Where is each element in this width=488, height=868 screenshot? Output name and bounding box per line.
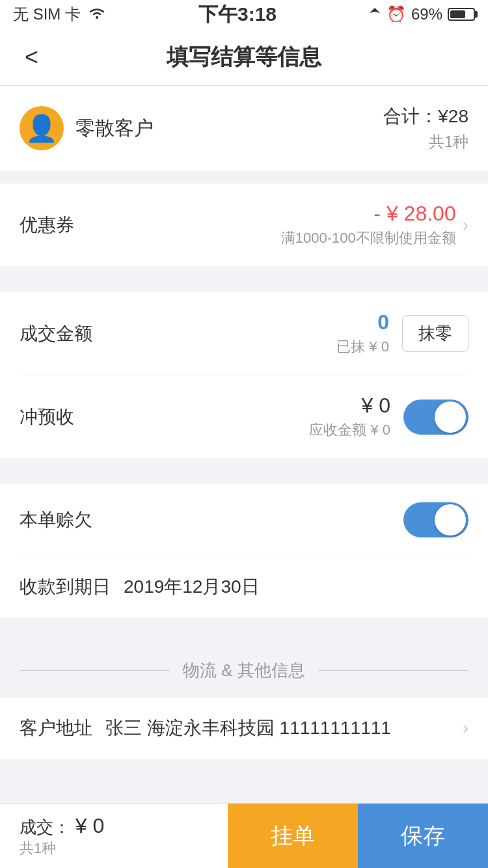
customer-row: 👤 零散客户 合计：¥28 共1种 [0,86,488,170]
debt-section: 本单赊欠 收款到期日 2019年12月30日 [0,484,488,617]
bottom-transaction-amount: ¥ 0 [75,814,104,837]
avatar: 👤 [20,106,64,150]
bottom-transaction-label: 成交： [20,817,70,837]
location-icon [368,5,381,23]
duedate-label: 收款到期日 [20,575,111,599]
address-section[interactable]: 客户地址 张三 海淀永丰科技园 11111111111 › [0,698,488,759]
logistics-title: 物流 & 其他信息 [183,659,305,682]
debt-label: 本单赊欠 [20,508,92,532]
transaction-amount-row: 成交金额 0 已抹 ¥ 0 抹零 [0,292,488,375]
prepayment-row: 冲预收 ¥ 0 应收金额 ¥ 0 [0,375,488,458]
debt-toggle-knob [435,504,466,536]
chevron-right-icon: › [463,215,468,236]
bottom-info: 成交： ¥ 0 共1种 [0,814,228,858]
address-value: 张三 海淀永丰科技园 11111111111 [105,716,463,740]
bottom-count: 共1种 [20,839,208,858]
prepayment-right: ¥ 0 应收金额 ¥ 0 [309,394,468,440]
total-amount: 合计：¥28 [383,104,468,129]
customer-total: 合计：¥28 共1种 [383,104,468,152]
battery-icon [448,8,475,21]
coupon-label: 优惠券 [20,213,74,237]
duedate-row: 收款到期日 2019年12月30日 [0,556,488,617]
alarm-icon: ⏰ [386,5,406,23]
coupon-section[interactable]: 优惠券 - ¥ 28.00 满1000-100不限制使用金额 › [0,183,488,266]
section-gap-2 [0,471,488,484]
wifi-icon [87,5,107,23]
transaction-section: 成交金额 0 已抹 ¥ 0 抹零 冲预收 ¥ 0 应收金额 ¥ 0 [0,292,488,458]
address-label: 客户地址 [20,716,92,740]
nav-bar: < 填写结算等信息 [0,29,488,86]
address-row[interactable]: 客户地址 张三 海淀永丰科技园 11111111111 › [0,698,488,759]
svg-point-0 [96,16,98,19]
prepayment-toggle[interactable] [403,400,468,435]
transaction-label: 成交金额 [20,321,92,346]
duedate-value: 2019年12月30日 [124,575,260,599]
debt-toggle[interactable] [403,502,468,537]
coupon-desc: 满1000-100不限制使用金额 [281,228,456,248]
toggle-knob [435,401,466,433]
section-gap-3 [0,631,488,644]
sim-label: 无 SIM 卡 [13,4,81,25]
prepayment-label: 冲预收 [20,405,74,429]
coupon-right: - ¥ 28.00 满1000-100不限制使用金额 › [281,202,468,248]
status-right: ⏰ 69% [368,5,475,23]
status-bar: 无 SIM 卡 下午3:18 ⏰ 69% [0,0,488,29]
customer-name: 零散客户 [75,115,154,142]
coupon-discount: - ¥ 28.00 [281,202,456,226]
customer-section: 👤 零散客户 合计：¥28 共1种 [0,86,488,170]
roundzero-button[interactable]: 抹零 [402,315,468,352]
avatar-icon: 👤 [25,113,58,144]
status-left: 无 SIM 卡 [13,4,107,25]
prepayment-amount: ¥ 0 [309,394,390,418]
bottom-bar: 成交： ¥ 0 共1种 挂单 保存 [0,803,488,868]
page-title: 填写结算等信息 [167,42,321,72]
logistics-header: 物流 & 其他信息 [0,644,488,698]
battery-percent: 69% [411,5,442,23]
back-button[interactable]: < [18,37,45,77]
total-count: 共1种 [383,131,468,152]
address-chevron-icon: › [463,718,468,739]
save-button[interactable]: 保存 [358,804,488,869]
transaction-value: 0 [336,310,389,334]
prepayment-sub: 应收金额 ¥ 0 [309,420,390,440]
customer-info: 👤 零散客户 [20,106,154,150]
debt-row: 本单赊欠 [0,484,488,556]
hang-button[interactable]: 挂单 [228,804,358,869]
transaction-right: 0 已抹 ¥ 0 抹零 [336,310,468,357]
transaction-sub: 已抹 ¥ 0 [336,337,389,357]
status-time: 下午3:18 [198,1,277,28]
section-gap-1 [0,279,488,292]
coupon-row[interactable]: 优惠券 - ¥ 28.00 满1000-100不限制使用金额 › [0,183,488,266]
